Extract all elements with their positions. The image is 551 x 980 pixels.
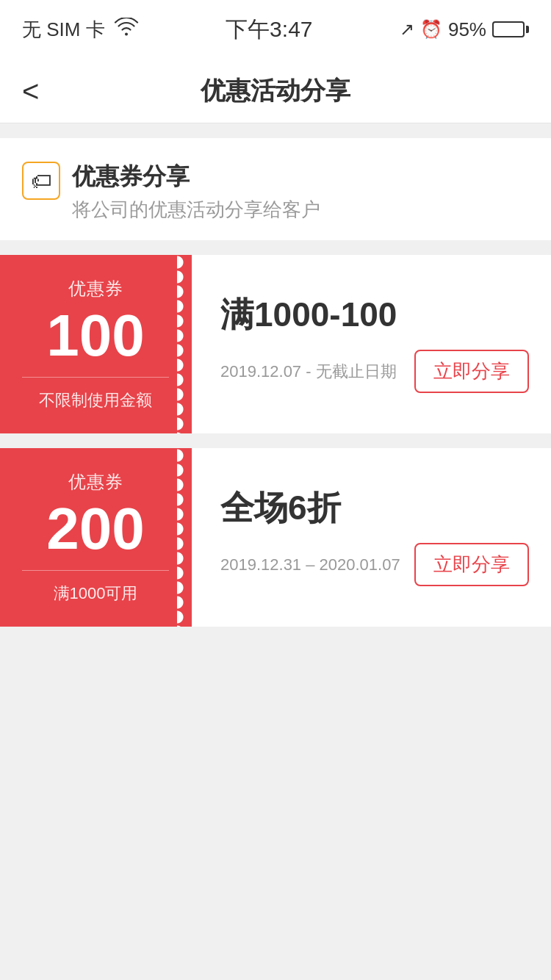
coupon-date-1: 2019.12.07 - 无截止日期 bbox=[220, 361, 397, 383]
coupon-divider-1 bbox=[22, 377, 169, 378]
section-header: 🏷 优惠券分享 将公司的优惠活动分享给客户 bbox=[0, 138, 551, 240]
coupon-list: 优惠券 100 不限制使用金额 满1000-100 2019.12.07 - 无… bbox=[0, 255, 551, 627]
coupon-label-2: 优惠券 bbox=[68, 470, 123, 494]
coupon-right-2: 全场6折 2019.12.31 – 2020.01.07 立即分享 bbox=[191, 448, 551, 627]
coupon-date-2: 2019.12.31 – 2020.01.07 bbox=[220, 555, 400, 574]
time-display: 下午3:47 bbox=[226, 15, 312, 45]
section-title: 优惠券分享 bbox=[72, 162, 320, 192]
back-button[interactable]: < bbox=[22, 76, 39, 106]
coupon-share-button-1[interactable]: 立即分享 bbox=[414, 350, 529, 393]
location-icon: ↗ bbox=[400, 19, 414, 40]
coupon-card-1: 优惠券 100 不限制使用金额 满1000-100 2019.12.07 - 无… bbox=[0, 255, 551, 433]
battery-percent: 95% bbox=[448, 18, 486, 41]
carrier-text: 无 SIM 卡 bbox=[22, 17, 105, 43]
wifi-icon bbox=[114, 18, 139, 42]
page-title: 优惠活动分享 bbox=[201, 74, 350, 108]
coupon-name-1: 满1000-100 bbox=[220, 295, 529, 335]
coupon-bottom-row-2: 2019.12.31 – 2020.01.07 立即分享 bbox=[220, 543, 529, 586]
status-bar: 无 SIM 卡 下午3:47 ↗ ⏰ 95% bbox=[0, 0, 551, 59]
nav-bar: < 优惠活动分享 bbox=[0, 59, 551, 123]
coupon-label-1: 优惠券 bbox=[68, 277, 123, 300]
coupon-name-2: 全场6折 bbox=[220, 488, 529, 528]
section-emoji: 🏷 bbox=[31, 169, 51, 193]
coupon-divider-2 bbox=[22, 570, 169, 571]
coupon-condition-1: 不限制使用金额 bbox=[39, 389, 152, 411]
coupon-right-1: 满1000-100 2019.12.07 - 无截止日期 立即分享 bbox=[191, 255, 551, 433]
battery-icon bbox=[492, 21, 529, 37]
alarm-icon: ⏰ bbox=[420, 19, 442, 40]
coupon-left-1: 优惠券 100 不限制使用金额 bbox=[0, 255, 191, 433]
coupon-condition-2: 满1000可用 bbox=[54, 583, 138, 605]
coupon-amount-1: 100 bbox=[46, 306, 144, 365]
coupon-left-2: 优惠券 200 满1000可用 bbox=[0, 448, 191, 627]
section-subtitle: 将公司的优惠活动分享给客户 bbox=[72, 197, 320, 223]
coupon-card-2: 优惠券 200 满1000可用 全场6折 2019.12.31 – 2020.0… bbox=[0, 448, 551, 627]
section-text: 优惠券分享 将公司的优惠活动分享给客户 bbox=[72, 162, 320, 223]
status-right: ↗ ⏰ 95% bbox=[400, 18, 529, 41]
coupon-share-button-2[interactable]: 立即分享 bbox=[414, 543, 529, 586]
section-icon: 🏷 bbox=[22, 162, 60, 200]
coupon-bottom-row-1: 2019.12.07 - 无截止日期 立即分享 bbox=[220, 350, 529, 393]
coupon-amount-2: 200 bbox=[46, 500, 144, 558]
status-left: 无 SIM 卡 bbox=[22, 17, 139, 43]
